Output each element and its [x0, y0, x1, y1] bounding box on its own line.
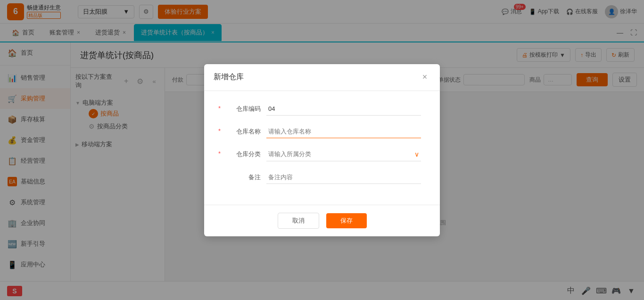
dialog-header: 新增仓库 ×	[204, 64, 440, 91]
form-row-remark: 备注	[223, 171, 421, 184]
save-button[interactable]: 保存	[326, 213, 367, 228]
dialog-title: 新增仓库	[214, 72, 244, 82]
dialog-body: 仓库编码 仓库名称 仓库分类 ∨ 备注	[204, 91, 440, 205]
form-row-code: 仓库编码	[223, 102, 421, 116]
cancel-button[interactable]: 取消	[278, 213, 319, 229]
form-row-name: 仓库名称	[223, 125, 421, 138]
form-label-code: 仓库编码	[223, 105, 261, 113]
warehouse-name-input[interactable]	[266, 125, 421, 138]
category-input[interactable]	[268, 150, 414, 158]
form-label-category: 仓库分类	[223, 150, 261, 158]
category-dropdown-arrow: ∨	[414, 150, 419, 158]
modal-overlay[interactable]: 新增仓库 × 仓库编码 仓库名称 仓库分类 ∨	[0, 0, 644, 300]
form-row-category: 仓库分类 ∨	[223, 148, 421, 161]
warehouse-code-input[interactable]	[266, 102, 421, 116]
new-warehouse-dialog: 新增仓库 × 仓库编码 仓库名称 仓库分类 ∨	[204, 64, 440, 236]
category-select-row[interactable]: ∨	[266, 148, 421, 161]
dialog-close-button[interactable]: ×	[419, 72, 430, 83]
form-label-remark: 备注	[223, 173, 261, 182]
dialog-footer: 取消 保存	[204, 205, 440, 236]
form-label-name: 仓库名称	[223, 127, 261, 136]
remark-input[interactable]	[266, 171, 421, 184]
